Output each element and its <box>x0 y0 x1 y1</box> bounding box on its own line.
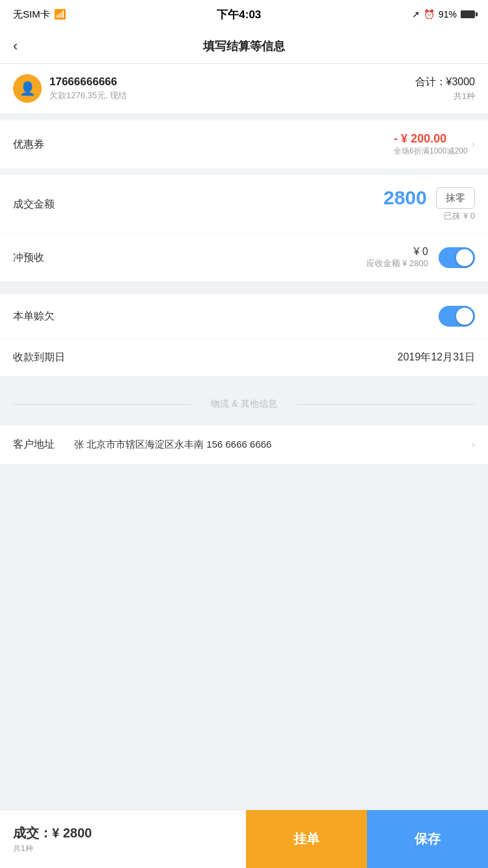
logistics-label-text: 物流 & 其他信息 <box>211 398 277 410</box>
logistics-section-label: 物流 & 其他信息 <box>0 389 488 419</box>
address-value: 张 北京市市辖区海淀区永丰南 156 6666 6666 <box>74 437 463 452</box>
toggle-knob <box>456 249 473 266</box>
status-right: ↗ ⏰ 91% <box>412 9 475 20</box>
user-info: 17666666666 欠款1276.35元, 现结 <box>49 75 127 102</box>
save-button[interactable]: 保存 <box>367 810 488 869</box>
battery-icon <box>461 10 475 18</box>
due-date-row: 收款到期日 2019年12月31日 <box>0 339 488 376</box>
pre-collect-toggle[interactable] <box>439 247 475 268</box>
coupon-row[interactable]: 优惠券 - ¥ 200.00 全场6折满1000减200 › <box>0 120 488 169</box>
status-bar: 无SIM卡 📶 下午4:03 ↗ ⏰ 91% <box>0 0 488 29</box>
nav-bar: ‹ 填写结算等信息 <box>0 29 488 64</box>
coupon-amount: - ¥ 200.00 <box>394 132 467 146</box>
divider-2 <box>0 288 488 294</box>
pre-collect-value: ¥ 0 <box>366 246 428 258</box>
pending-label: 挂单 <box>293 830 319 848</box>
debt-section: 本单赊欠 收款到期日 2019年12月31日 <box>0 294 488 376</box>
deal-amount-value: 2800 <box>383 187 427 209</box>
address-chevron: › <box>472 439 475 450</box>
coupon-description: 全场6折满1000减200 <box>394 146 467 157</box>
user-phone: 17666666666 <box>49 75 127 88</box>
address-row[interactable]: 客户地址 张 北京市市辖区海淀区永丰南 156 6666 6666 › <box>0 426 488 464</box>
location-icon: ↗ <box>412 9 420 20</box>
pre-collect-row: 冲预收 ¥ 0 应收金额 ¥ 2800 <box>0 234 488 281</box>
deal-amount-right: 2800 抹零 已抹 ¥ 0 <box>383 187 475 222</box>
wifi-icon: 📶 <box>54 8 66 20</box>
debt-toggle-knob <box>456 308 473 325</box>
user-sub: 欠款1276.35元, 现结 <box>49 90 127 102</box>
bottom-count: 共1种 <box>13 843 233 854</box>
already-rounded: 已抹 ¥ 0 <box>383 210 475 222</box>
save-label: 保存 <box>414 830 441 848</box>
bottom-deal: 成交：¥ 2800 <box>13 824 233 842</box>
carrier-label: 无SIM卡 <box>13 8 50 21</box>
form-section: 成交金额 2800 抹零 已抹 ¥ 0 冲预收 ¥ 0 应收金额 ¥ 2800 <box>0 175 488 281</box>
user-left: 👤 17666666666 欠款1276.35元, 现结 <box>13 74 127 103</box>
user-card: 👤 17666666666 欠款1276.35元, 现结 合计：¥3000 共1… <box>0 64 488 113</box>
item-count: 共1种 <box>415 90 476 102</box>
debt-toggle[interactable] <box>439 306 475 327</box>
coupon-chevron: › <box>472 139 475 150</box>
status-left: 无SIM卡 📶 <box>13 8 66 21</box>
bottom-summary: 成交：¥ 2800 共1种 <box>0 824 246 854</box>
bottom-deal-amount: ¥ 2800 <box>52 826 92 840</box>
pre-collect-meta: 应收金额 ¥ 2800 <box>366 258 428 269</box>
pending-button[interactable]: 挂单 <box>246 810 367 869</box>
deal-amount-row: 成交金额 2800 抹零 已抹 ¥ 0 <box>0 175 488 234</box>
debt-label: 本单赊欠 <box>13 310 55 323</box>
battery-label: 91% <box>439 9 457 20</box>
back-button[interactable]: ‹ <box>13 38 18 55</box>
status-time: 下午4:03 <box>217 7 261 22</box>
divider-4 <box>0 419 488 426</box>
bottom-bar: 成交：¥ 2800 共1种 挂单 保存 <box>0 809 488 868</box>
pre-collect-label: 冲预收 <box>13 251 44 265</box>
amount-right: 2800 抹零 <box>383 187 475 209</box>
deal-prefix: 成交： <box>13 826 52 840</box>
avatar: 👤 <box>13 74 42 103</box>
page-title: 填写结算等信息 <box>203 38 285 54</box>
round-button[interactable]: 抹零 <box>436 187 475 209</box>
user-right: 合计：¥3000 共1种 <box>415 75 476 102</box>
coupon-right: - ¥ 200.00 全场6折满1000减200 › <box>394 132 475 157</box>
coupon-label: 优惠券 <box>13 138 44 152</box>
divider-5 <box>0 464 488 516</box>
due-date-value: 2019年12月31日 <box>398 351 475 364</box>
total-amount: 合计：¥3000 <box>415 75 476 89</box>
pre-collect-values: ¥ 0 应收金额 ¥ 2800 <box>366 246 428 269</box>
divider-3 <box>0 383 488 389</box>
divider-1 <box>0 169 488 175</box>
deal-amount-label: 成交金额 <box>13 198 55 211</box>
address-label: 客户地址 <box>13 438 65 452</box>
due-date-label: 收款到期日 <box>13 351 65 364</box>
pre-collect-right: ¥ 0 应收金额 ¥ 2800 <box>366 246 475 269</box>
alarm-icon: ⏰ <box>424 9 435 20</box>
content-area: 👤 17666666666 欠款1276.35元, 现结 合计：¥3000 共1… <box>0 64 488 575</box>
debt-row: 本单赊欠 <box>0 294 488 339</box>
